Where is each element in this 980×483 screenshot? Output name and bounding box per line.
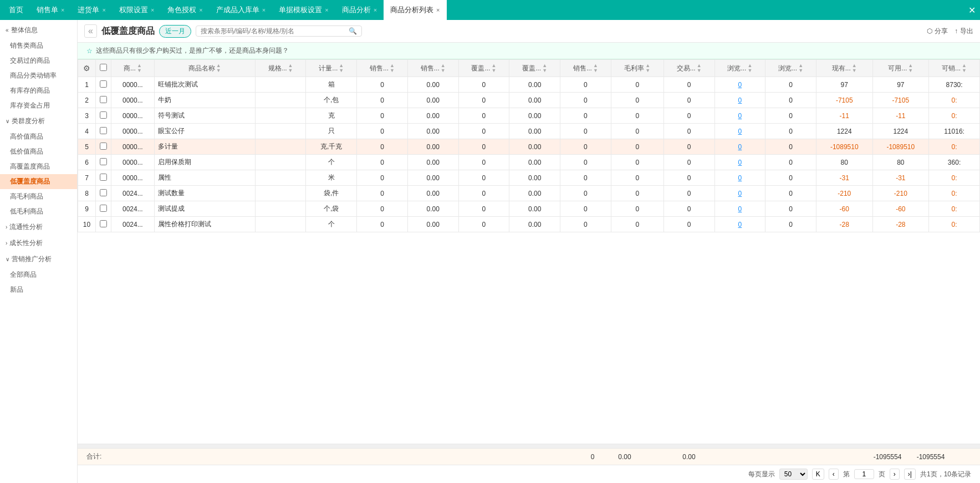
nav-home[interactable]: 首页 — [2, 0, 30, 20]
col-header-seq[interactable]: 商...▲▼ — [111, 60, 155, 77]
col-header-trade[interactable]: 交易...▲▼ — [663, 60, 714, 77]
sidebar-item-high-value[interactable]: 高价值商品 — [0, 129, 77, 144]
sidebar-item-high-coverage[interactable]: 高覆盖度商品 — [0, 159, 77, 174]
sidebar-section-growth[interactable]: › 成长性分析 — [0, 235, 77, 251]
sidebar-item-low-coverage[interactable]: 低覆盖度商品 — [0, 174, 77, 189]
row-browse1[interactable]: 0 — [714, 170, 765, 186]
row-checkbox[interactable] — [100, 174, 107, 181]
col-header-sale1[interactable]: 销售...▲▼ — [357, 60, 408, 77]
nav-permission-settings[interactable]: 权限设置 × — [113, 0, 161, 20]
row-checkbox-cell[interactable] — [96, 155, 111, 170]
browse1-link[interactable]: 0 — [738, 143, 742, 151]
sidebar-item-in-stock[interactable]: 有库存的商品 — [0, 83, 77, 98]
col-header-spec[interactable]: 规格...▲▼ — [255, 60, 306, 77]
sidebar-item-sales-goods[interactable]: 销售类商品 — [0, 38, 77, 53]
row-checkbox-cell[interactable] — [96, 139, 111, 155]
nav-purchase-order[interactable]: 进货单 × — [71, 0, 112, 20]
sidebar-section-cluster-analysis[interactable]: ∨ 类群度分析 — [0, 113, 77, 129]
browse1-link[interactable]: 0 — [738, 205, 742, 213]
row-checkbox[interactable] — [100, 111, 107, 119]
row-browse1[interactable]: 0 — [714, 108, 765, 124]
close-icon[interactable]: × — [325, 7, 328, 13]
col-header-sale2[interactable]: 销售...▲▼ — [407, 60, 458, 77]
row-browse1[interactable]: 0 — [714, 124, 765, 139]
row-checkbox[interactable] — [100, 127, 107, 134]
checkbox-column-header[interactable] — [96, 60, 111, 77]
col-header-sale3[interactable]: 销售...▲▼ — [560, 60, 611, 77]
sidebar-item-stock-funds[interactable]: 库存资金占用 — [0, 98, 77, 113]
sidebar-section-liquidity[interactable]: › 流通性分析 — [0, 219, 77, 235]
row-checkbox-cell[interactable] — [96, 186, 111, 201]
sidebar-item-low-value[interactable]: 低价值商品 — [0, 144, 77, 159]
close-all-button[interactable]: ✕ — [968, 5, 976, 16]
row-checkbox[interactable] — [100, 143, 107, 150]
browse1-link[interactable]: 0 — [738, 96, 742, 104]
nav-sales-order[interactable]: 销售单 × — [30, 0, 71, 20]
row-checkbox-cell[interactable] — [96, 93, 111, 108]
row-checkbox[interactable] — [100, 96, 107, 103]
col-header-profit[interactable]: 毛利率▲▼ — [611, 60, 663, 77]
sidebar-item-category-rate[interactable]: 商品分类动销率 — [0, 68, 77, 83]
close-icon[interactable]: × — [374, 7, 377, 13]
close-icon[interactable]: × — [436, 7, 440, 13]
last-page-button[interactable]: ›| — [904, 469, 916, 480]
close-icon[interactable]: × — [199, 7, 202, 13]
row-checkbox[interactable] — [100, 80, 107, 88]
sidebar-toggle-button[interactable]: « — [84, 24, 97, 38]
close-icon[interactable]: × — [102, 7, 105, 13]
sidebar-section-marketing[interactable]: ∨ 营销推广分析 — [0, 251, 77, 267]
sidebar-item-high-profit[interactable]: 高毛利商品 — [0, 189, 77, 204]
browse1-link[interactable]: 0 — [738, 128, 742, 135]
row-checkbox-cell[interactable] — [96, 124, 111, 139]
row-browse1[interactable]: 0 — [714, 93, 765, 108]
row-browse1[interactable]: 0 — [714, 186, 765, 201]
browse1-link[interactable]: 0 — [738, 159, 742, 166]
row-checkbox-cell[interactable] — [96, 201, 111, 217]
browse1-link[interactable]: 0 — [738, 81, 742, 89]
search-input[interactable] — [201, 27, 349, 35]
nav-product-inbound[interactable]: 产成品入库单 × — [210, 0, 272, 20]
nav-product-analysis[interactable]: 商品分析 × — [335, 0, 384, 20]
nav-product-analysis-list[interactable]: 商品分析列表 × — [384, 0, 446, 20]
col-header-cover1[interactable]: 覆盖...▲▼ — [458, 60, 509, 77]
close-icon[interactable]: × — [262, 7, 266, 13]
sidebar-item-low-profit[interactable]: 低毛利商品 — [0, 204, 77, 219]
select-all-checkbox[interactable] — [100, 64, 107, 71]
page-size-select[interactable]: 20 50 100 — [779, 469, 808, 480]
close-icon[interactable]: × — [61, 7, 64, 13]
row-checkbox-cell[interactable] — [96, 170, 111, 186]
next-page-button[interactable]: › — [890, 469, 900, 480]
row-browse1[interactable]: 0 — [714, 139, 765, 155]
row-browse1[interactable]: 0 — [714, 201, 765, 217]
browse1-link[interactable]: 0 — [738, 112, 742, 120]
row-browse1[interactable]: 0 — [714, 155, 765, 170]
col-header-unit[interactable]: 计量...▲▼ — [306, 60, 357, 77]
close-icon[interactable]: × — [151, 7, 154, 13]
row-checkbox[interactable] — [100, 220, 107, 227]
row-checkbox-cell[interactable] — [96, 77, 111, 93]
first-page-button[interactable]: K — [812, 469, 824, 480]
col-header-cover2[interactable]: 覆盖...▲▼ — [509, 60, 560, 77]
row-checkbox-cell[interactable] — [96, 217, 111, 232]
sidebar-item-all-goods[interactable]: 全部商品 — [0, 267, 77, 282]
row-checkbox[interactable] — [100, 158, 107, 165]
nav-template-settings[interactable]: 单据模板设置 × — [272, 0, 335, 20]
table-container[interactable]: ⚙ 商...▲▼ 商品名称▲▼ 规格...▲▼ — [78, 59, 980, 444]
col-header-stock3[interactable]: 可销...▲▼ — [929, 60, 980, 77]
col-header-stock2[interactable]: 可用...▲▼ — [872, 60, 929, 77]
row-browse1[interactable]: 0 — [714, 217, 765, 232]
row-checkbox[interactable] — [100, 189, 107, 196]
col-header-name[interactable]: 商品名称▲▼ — [154, 60, 255, 77]
horizontal-scrollbar[interactable] — [78, 444, 980, 448]
settings-column-header[interactable]: ⚙ — [78, 60, 96, 77]
export-button[interactable]: ↑ 导出 — [955, 27, 973, 36]
prev-page-button[interactable]: ‹ — [829, 469, 839, 480]
col-header-browse1[interactable]: 浏览...▲▼ — [714, 60, 765, 77]
col-header-browse2[interactable]: 浏览...▲▼ — [765, 60, 816, 77]
row-browse1[interactable]: 0 — [714, 77, 765, 93]
browse1-link[interactable]: 0 — [738, 221, 742, 228]
browse1-link[interactable]: 0 — [738, 190, 742, 197]
col-header-stock1[interactable]: 现有...▲▼ — [816, 60, 872, 77]
nav-role-auth[interactable]: 角色授权 × — [161, 0, 209, 20]
sidebar-collapse-btn[interactable]: « 整体信息 — [0, 22, 77, 38]
